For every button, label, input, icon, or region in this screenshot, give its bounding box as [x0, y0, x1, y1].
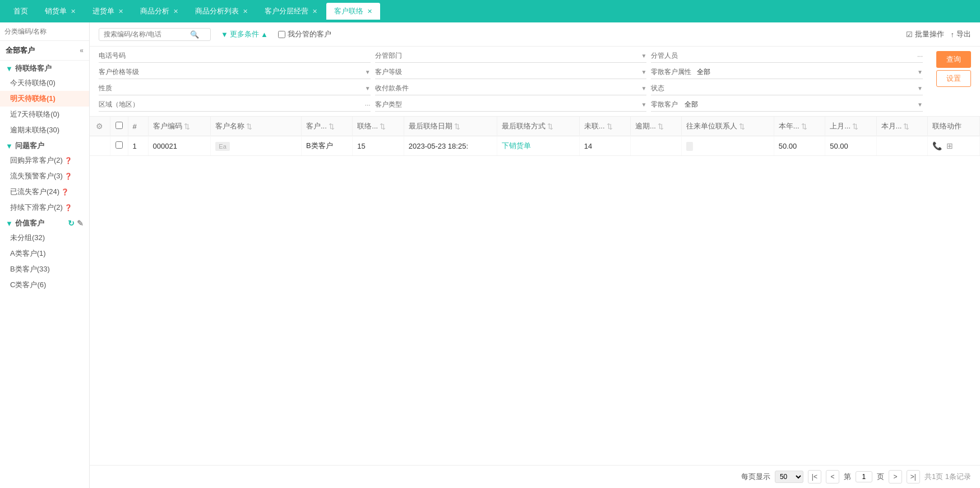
export-btn[interactable]: ↑ 导出 — [951, 29, 972, 39]
col-overdue-sort-icon: ⇅ — [658, 122, 664, 131]
query-button[interactable]: 查询 — [936, 51, 971, 68]
nav-close-analysis-list[interactable]: ✕ — [243, 8, 248, 15]
col-this-month[interactable]: 本月... ⇅ — [876, 117, 927, 136]
nav-close-sales[interactable]: ✕ — [71, 8, 76, 15]
filter-payment-caret[interactable]: ▼ — [641, 85, 646, 91]
filter-retail-attr-caret[interactable]: ▼ — [917, 69, 923, 75]
settings-button[interactable]: 设置 — [936, 70, 971, 87]
col-overdue[interactable]: 逾期... ⇅ — [631, 117, 682, 136]
col-checkbox[interactable] — [110, 117, 128, 136]
action-phone-icon[interactable]: 📞 — [932, 141, 942, 150]
sidebar-search-input[interactable] — [4, 27, 89, 35]
last-method-link[interactable]: 下销货单 — [502, 141, 531, 150]
question-icon-2[interactable]: ❓ — [64, 173, 72, 179]
page-next-btn[interactable]: > — [889, 470, 902, 484]
col-not-contacted[interactable]: 未联... ⇅ — [579, 117, 630, 136]
sidebar-group-value[interactable]: ▼ 价值客户 ↻ ✎ — [0, 215, 89, 230]
filter-nature-caret[interactable]: ▼ — [365, 85, 371, 91]
my-customers-check[interactable]: 我分管的客户 — [278, 29, 331, 39]
gear-icon[interactable]: ⚙ — [96, 122, 103, 131]
filter-dept-input[interactable] — [410, 52, 641, 60]
filter-dept-caret[interactable]: ▼ — [641, 53, 646, 59]
cell-last-month: 50.00 — [825, 136, 876, 156]
sidebar-item-week[interactable]: 近7天待联络(0) — [0, 107, 89, 122]
question-icon-1[interactable]: ❓ — [64, 157, 72, 164]
action-grid-icon[interactable]: ⊞ — [946, 141, 953, 150]
cell-last-method[interactable]: 下销货单 — [497, 136, 579, 156]
value-group-refresh-icon[interactable]: ↻ — [68, 219, 75, 228]
sidebar-group-problem[interactable]: ▼ 问题客户 — [0, 138, 89, 153]
sidebar-item-churn-warning[interactable]: 流失预警客户(3) ❓ — [0, 168, 89, 184]
col-contact[interactable]: 联络... ⇅ — [353, 117, 404, 136]
cell-checkbox[interactable] — [110, 136, 128, 156]
filter-status-input[interactable] — [686, 85, 917, 93]
col-name[interactable]: 客户名称 ⇅ — [211, 117, 302, 136]
nav-close-analysis[interactable]: ✕ — [173, 8, 178, 15]
col-last-contact-method[interactable]: 最后联络方式 ⇅ — [497, 117, 579, 136]
sidebar-item-declining[interactable]: 持续下滑客户(2) ❓ — [0, 200, 89, 215]
nav-item-customer-tier[interactable]: 客户分层经营 ✕ — [257, 3, 325, 20]
nav-item-home[interactable]: 首页 — [6, 3, 36, 20]
sidebar-item-today[interactable]: 今天待联络(0) — [0, 75, 89, 91]
nav-item-analysis-list[interactable]: 商品分析列表 ✕ — [187, 3, 256, 20]
filter-payment-input[interactable] — [412, 85, 641, 93]
row-checkbox[interactable] — [115, 141, 123, 149]
filter-price-level-caret[interactable]: ▼ — [365, 69, 371, 75]
sidebar-item-tomorrow[interactable]: 明天待联络(1) — [0, 91, 89, 107]
filter-phone-input[interactable] — [133, 52, 371, 60]
nav-item-analysis[interactable]: 商品分析 ✕ — [132, 3, 186, 20]
filter-person-dots[interactable]: ··· — [917, 52, 923, 60]
filter-price-level-input[interactable] — [142, 68, 365, 76]
col-type[interactable]: 客户... ⇅ — [301, 117, 352, 136]
sidebar-item-churned[interactable]: 已流失客户(24) ❓ — [0, 184, 89, 200]
sidebar-item-c-class[interactable]: C类客户(6) — [0, 277, 89, 293]
nav-close-customer-contact[interactable]: ✕ — [367, 8, 372, 15]
filter-region-input[interactable] — [142, 101, 365, 109]
page-number-input[interactable] — [856, 471, 872, 482]
question-icon-3[interactable]: ❓ — [61, 188, 69, 195]
select-all-checkbox[interactable] — [115, 122, 123, 129]
sidebar-item-repurchase-abnormal[interactable]: 回购异常客户(2) ❓ — [0, 153, 89, 168]
filter-region-dots[interactable]: ··· — [365, 101, 371, 109]
sidebar-item-overdue[interactable]: 逾期未联络(30) — [0, 122, 89, 138]
sidebar-group-pending[interactable]: ▼ 待联络客户 — [0, 61, 89, 75]
col-not-contacted-sorter: 未联... ⇅ — [584, 121, 613, 131]
page-prev-btn[interactable]: < — [826, 470, 839, 484]
nav-item-sales[interactable]: 销货单 ✕ — [37, 3, 84, 20]
filter-customer-type-label: 客户类型 — [375, 100, 406, 109]
nav-close-customer-tier[interactable]: ✕ — [312, 8, 317, 15]
filter-customer-level-input[interactable] — [410, 68, 641, 76]
col-last-month[interactable]: 上月... ⇅ — [825, 117, 876, 136]
filter-retail-value: 全部 — [685, 100, 698, 109]
more-conditions-btn[interactable]: ▼ 更多条件 ▲ — [216, 27, 272, 42]
filter-customer-type-input[interactable] — [410, 101, 641, 109]
nav-item-purchase[interactable]: 进货单 ✕ — [85, 3, 131, 20]
sidebar-all-customers[interactable]: 全部客户 « — [0, 41, 89, 61]
page-first-btn[interactable]: |< — [808, 470, 821, 484]
batch-ops-btn[interactable]: ☑ 批量操作 — [906, 29, 944, 39]
col-this-year[interactable]: 本年... ⇅ — [774, 117, 825, 136]
col-code[interactable]: 客户编码 ⇅ — [148, 117, 211, 136]
filter-nature-input[interactable] — [133, 85, 365, 93]
nav-close-purchase[interactable]: ✕ — [118, 8, 123, 15]
filter-retail-caret[interactable]: ▼ — [917, 102, 923, 108]
sidebar-item-a-class[interactable]: A类客户(1) — [0, 246, 89, 261]
search-input[interactable] — [104, 30, 188, 38]
col-last-contact-date[interactable]: 最后联络日期 ⇅ — [404, 117, 497, 136]
page-last-btn[interactable]: >| — [907, 470, 920, 484]
sidebar-item-ungrouped[interactable]: 未分组(32) — [0, 230, 89, 246]
filter-customer-level-caret[interactable]: ▼ — [641, 69, 646, 75]
filter-customer-type-caret[interactable]: ▼ — [641, 102, 646, 108]
question-icon-4[interactable]: ❓ — [64, 204, 72, 211]
value-group-edit-icon[interactable]: ✎ — [77, 219, 84, 228]
filter-person-input[interactable] — [686, 52, 917, 60]
nav-item-customer-contact[interactable]: 客户联络 ✕ — [326, 3, 380, 20]
col-gear[interactable]: ⚙ — [90, 117, 110, 136]
filter-status-caret[interactable]: ▼ — [917, 85, 923, 91]
my-customers-checkbox[interactable] — [278, 31, 285, 38]
per-page-select[interactable]: 50 100 200 — [775, 471, 803, 483]
search-submit-icon[interactable]: 🔍 — [190, 30, 199, 39]
col-unit-contact[interactable]: 往来单位联系人 ⇅ — [682, 117, 774, 136]
top-nav: 首页 销货单 ✕ 进货单 ✕ 商品分析 ✕ 商品分析列表 ✕ 客户分层经营 ✕ … — [0, 0, 980, 22]
sidebar-item-b-class[interactable]: B类客户(33) — [0, 261, 89, 277]
